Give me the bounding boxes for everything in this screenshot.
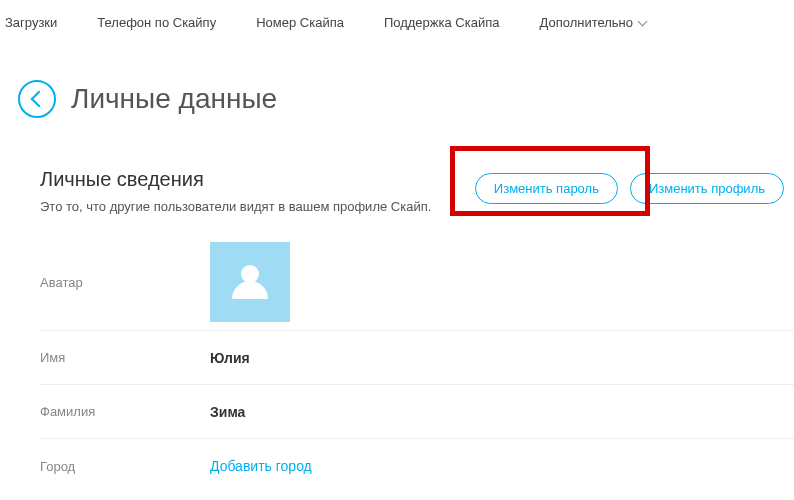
arrow-left-icon [31,91,48,108]
surname-value: Зима [210,404,245,420]
personal-info-section: Личные сведения Это то, что другие польз… [0,138,794,493]
nav-more-label: Дополнительно [539,15,633,30]
field-name: Имя Юлия [40,331,794,385]
nav-downloads[interactable]: Загрузки [5,15,57,30]
nav-phone[interactable]: Телефон по Скайпу [97,15,216,30]
action-buttons: Изменить пароль Изменить профиль [475,173,784,204]
add-city-link[interactable]: Добавить город [210,458,312,474]
field-avatar: Аватар [40,234,794,331]
person-icon [232,265,268,299]
change-password-button[interactable]: Изменить пароль [475,173,618,204]
nav-more[interactable]: Дополнительно [539,15,646,30]
chevron-down-icon [638,16,648,26]
nav-number[interactable]: Номер Скайпа [256,15,344,30]
nav-support[interactable]: Поддержка Скайпа [384,15,500,30]
top-nav: Загрузки Телефон по Скайпу Номер Скайпа … [0,0,794,45]
section-head-text: Личные сведения Это то, что другие польз… [40,168,431,234]
avatar-label: Аватар [40,275,210,290]
field-surname: Фамилия Зима [40,385,794,439]
section-head: Личные сведения Это то, что другие польз… [40,168,794,234]
section-title: Личные сведения [40,168,431,191]
name-value: Юлия [210,350,250,366]
page-header: Личные данные [0,45,794,138]
field-city: Город Добавить город [40,439,794,493]
page-title: Личные данные [71,83,277,115]
back-button[interactable] [18,80,56,118]
change-profile-button[interactable]: Изменить профиль [630,173,784,204]
surname-label: Фамилия [40,404,210,419]
city-label: Город [40,459,210,474]
name-label: Имя [40,350,210,365]
avatar[interactable] [210,242,290,322]
section-desc: Это то, что другие пользователи видят в … [40,199,431,214]
